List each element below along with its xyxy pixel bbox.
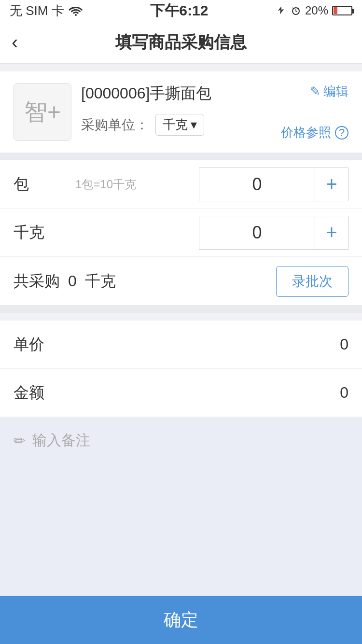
product-name: [0000006]手撕面包	[81, 83, 348, 104]
product-card: 智+ [0000006]手撕面包 采购单位： 千克 ▾ ✎ 编辑 价格参照 ?	[0, 71, 362, 153]
amount-value: 0	[340, 384, 348, 402]
kg-plus-button[interactable]: +	[315, 216, 348, 250]
edit-label: 编辑	[323, 83, 348, 100]
record-batch-button[interactable]: 录批次	[276, 266, 348, 297]
product-thumbnail: 智+	[14, 83, 71, 141]
unit-price-label: 单价	[14, 334, 44, 355]
alarm-icon	[291, 5, 301, 16]
location-icon	[276, 5, 287, 16]
summary-text: 共采购 0 千克	[14, 271, 116, 292]
detail-section: 单价 0 金额 0	[0, 321, 362, 417]
unit-label: 采购单位：	[81, 116, 149, 134]
edit-button[interactable]: ✎ 编辑	[310, 83, 348, 100]
page-title: 填写商品采购信息	[115, 31, 247, 54]
battery-text: 20%	[305, 4, 328, 17]
section-divider-1	[0, 153, 362, 160]
unit-price-row: 单价 0	[0, 321, 362, 369]
pack-sublabel: 1包=10千克	[75, 177, 136, 192]
pack-quantity-input[interactable]	[199, 168, 315, 201]
summary-unit: 千克	[85, 272, 116, 290]
status-left: 无 SIM 卡	[10, 2, 83, 19]
summary-prefix: 共采购	[14, 272, 60, 290]
summary-row: 共采购 0 千克 录批次	[0, 257, 362, 305]
pack-label: 包	[14, 174, 71, 195]
unit-price-value: 0	[340, 336, 348, 353]
help-icon: ?	[335, 126, 348, 140]
product-thumb-text: 智+	[24, 97, 61, 127]
pencil-icon: ✏	[14, 432, 26, 449]
dropdown-arrow-icon: ▾	[191, 117, 197, 132]
amount-label: 金额	[14, 382, 44, 404]
unit-dropdown[interactable]: 千克 ▾	[155, 114, 204, 136]
unit-value: 千克	[163, 116, 188, 133]
status-bar: 无 SIM 卡 下午6:12 20%	[0, 0, 362, 21]
status-right: 20%	[276, 4, 352, 17]
kg-input-group: +	[199, 216, 348, 250]
summary-amount: 0	[68, 272, 77, 290]
wifi-icon	[69, 5, 83, 16]
kg-label: 千克	[14, 222, 71, 243]
main-spacer	[0, 464, 362, 609]
pack-plus-button[interactable]: +	[315, 168, 348, 201]
price-ref-label: 价格参照	[281, 124, 331, 141]
section-divider-2	[0, 305, 362, 313]
pack-input-group: +	[199, 168, 348, 201]
nav-bar: ‹ 填写商品采购信息	[0, 21, 362, 64]
battery-icon	[332, 6, 352, 15]
sim-status: 无 SIM 卡	[10, 2, 64, 19]
price-ref-button[interactable]: 价格参照 ?	[281, 124, 348, 141]
input-section: 包 1包=10千克 + 千克 +	[0, 160, 362, 257]
status-time: 下午6:12	[150, 1, 208, 21]
kg-input-row: 千克 +	[0, 209, 362, 257]
note-section[interactable]: ✏ 输入备注	[0, 417, 362, 464]
confirm-button[interactable]: 确定	[0, 596, 362, 644]
edit-icon: ✎	[310, 84, 320, 99]
note-placeholder: 输入备注	[32, 431, 90, 450]
kg-quantity-input[interactable]	[199, 216, 315, 250]
pack-input-row: 包 1包=10千克 +	[0, 160, 362, 209]
back-button[interactable]: ‹	[12, 31, 18, 53]
amount-row: 金额 0	[0, 369, 362, 417]
